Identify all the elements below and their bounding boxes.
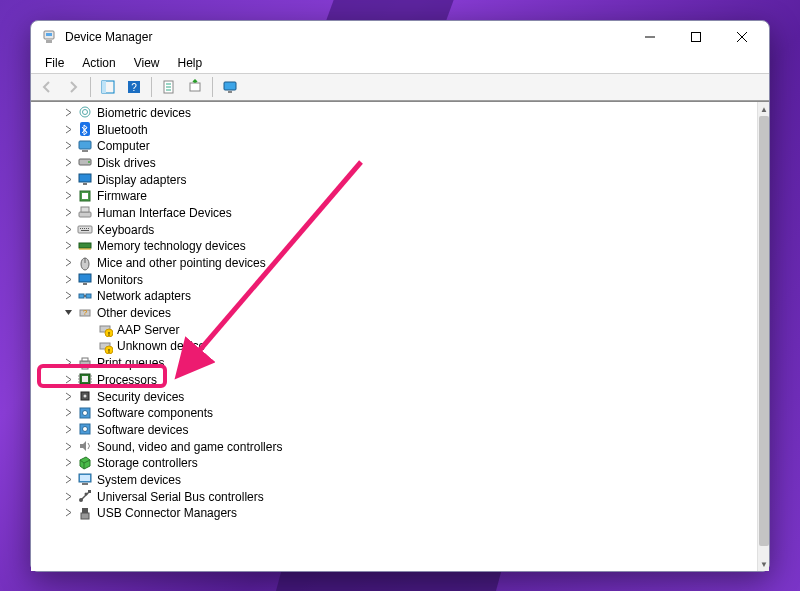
- tree-node[interactable]: Software components: [31, 404, 757, 421]
- tree-node-label: Print queues: [97, 355, 164, 370]
- minimize-button[interactable]: [627, 22, 673, 52]
- tree-node-label: USB Connector Managers: [97, 505, 237, 520]
- forward-button: [61, 76, 85, 98]
- svg-rect-64: [82, 376, 88, 382]
- display-icon: [77, 171, 93, 187]
- help-button[interactable]: ?: [122, 76, 146, 98]
- expand-icon[interactable]: [61, 472, 75, 486]
- svg-rect-35: [86, 228, 87, 229]
- system-icon: [77, 471, 93, 487]
- tree-node[interactable]: ?Other devices: [31, 304, 757, 321]
- tree-node[interactable]: Processors: [31, 371, 757, 388]
- mouse-icon: [77, 255, 93, 271]
- collapse-icon[interactable]: [61, 306, 75, 320]
- tree-node-label: Keyboards: [97, 222, 154, 237]
- content-area: Biometric devicesBluetoothComputerDisk d…: [31, 101, 769, 571]
- tree-node[interactable]: Display adapters: [31, 171, 757, 188]
- tree-node[interactable]: Security devices: [31, 388, 757, 405]
- tree-node[interactable]: Memory technology devices: [31, 238, 757, 255]
- expand-icon[interactable]: [61, 139, 75, 153]
- expand-icon[interactable]: [61, 239, 75, 253]
- expand-icon[interactable]: [61, 189, 75, 203]
- titlebar[interactable]: Device Manager: [31, 21, 769, 53]
- scroll-up-button[interactable]: ▲: [758, 102, 769, 116]
- window-title: Device Manager: [65, 30, 152, 44]
- tree-node[interactable]: Mice and other pointing devices: [31, 254, 757, 271]
- expand-icon[interactable]: [61, 105, 75, 119]
- tree-node-label: Security devices: [97, 389, 184, 404]
- svg-rect-50: [86, 294, 91, 298]
- maximize-button[interactable]: [673, 22, 719, 52]
- tree-node[interactable]: Bluetooth: [31, 121, 757, 138]
- svg-rect-26: [83, 183, 87, 185]
- tree-node[interactable]: Storage controllers: [31, 454, 757, 471]
- tree-node[interactable]: Print queues: [31, 354, 757, 371]
- expand-icon[interactable]: [61, 456, 75, 470]
- svg-rect-28: [82, 193, 88, 199]
- tree-node-label: System devices: [97, 472, 181, 487]
- tree-node[interactable]: Biometric devices: [31, 104, 757, 121]
- vertical-scrollbar[interactable]: ▲ ▼: [757, 102, 769, 571]
- tree-node[interactable]: Disk drives: [31, 154, 757, 171]
- tree-node[interactable]: !Unknown device: [31, 338, 757, 355]
- scroll-thumb[interactable]: [759, 116, 769, 546]
- expand-icon[interactable]: [61, 289, 75, 303]
- tree-node-label: Software components: [97, 405, 213, 420]
- warn-device-icon: !: [97, 321, 113, 337]
- biometric-icon: [77, 104, 93, 120]
- expand-icon[interactable]: [61, 122, 75, 136]
- tree-node[interactable]: Monitors: [31, 271, 757, 288]
- back-button: [35, 76, 59, 98]
- expand-icon[interactable]: [61, 489, 75, 503]
- svg-rect-33: [82, 228, 83, 229]
- svg-rect-49: [79, 294, 84, 298]
- tree-node[interactable]: Computer: [31, 137, 757, 154]
- svg-rect-34: [84, 228, 85, 229]
- tree-node[interactable]: Keyboards: [31, 221, 757, 238]
- svg-point-86: [85, 493, 88, 496]
- no-expander: [81, 339, 95, 353]
- expand-icon[interactable]: [61, 389, 75, 403]
- update-driver-button[interactable]: [183, 76, 207, 98]
- tree-node[interactable]: Network adapters: [31, 288, 757, 305]
- menu-view[interactable]: View: [126, 55, 168, 71]
- sound-icon: [77, 438, 93, 454]
- expand-icon[interactable]: [61, 356, 75, 370]
- tree-node-label: Software devices: [97, 422, 188, 437]
- expand-icon[interactable]: [61, 155, 75, 169]
- expand-icon[interactable]: [61, 439, 75, 453]
- expand-icon[interactable]: [61, 506, 75, 520]
- close-button[interactable]: [719, 22, 765, 52]
- scroll-down-button[interactable]: ▼: [758, 557, 769, 571]
- scan-hardware-button[interactable]: [218, 76, 242, 98]
- tree-node[interactable]: Firmware: [31, 187, 757, 204]
- svg-rect-37: [81, 230, 89, 231]
- expand-icon[interactable]: [61, 172, 75, 186]
- svg-point-19: [83, 110, 88, 115]
- expand-icon[interactable]: [61, 222, 75, 236]
- properties-button[interactable]: [157, 76, 181, 98]
- expand-icon[interactable]: [61, 205, 75, 219]
- show-hide-tree-button[interactable]: [96, 76, 120, 98]
- tree-node[interactable]: !AAP Server: [31, 321, 757, 338]
- device-tree[interactable]: Biometric devicesBluetoothComputerDisk d…: [31, 102, 757, 571]
- expand-icon[interactable]: [61, 406, 75, 420]
- tree-node-label: Other devices: [97, 305, 171, 320]
- menu-action[interactable]: Action: [74, 55, 123, 71]
- expand-icon[interactable]: [61, 272, 75, 286]
- expand-icon[interactable]: [61, 372, 75, 386]
- tree-node[interactable]: USB Connector Managers: [31, 505, 757, 522]
- tree-node[interactable]: Sound, video and game controllers: [31, 438, 757, 455]
- expand-icon[interactable]: [61, 256, 75, 270]
- menu-file[interactable]: File: [37, 55, 72, 71]
- svg-rect-8: [102, 81, 106, 93]
- menu-help[interactable]: Help: [170, 55, 211, 71]
- expand-icon[interactable]: [61, 422, 75, 436]
- svg-point-76: [83, 427, 88, 432]
- tree-node[interactable]: System devices: [31, 471, 757, 488]
- tree-node[interactable]: Software devices: [31, 421, 757, 438]
- usb-connector-icon: [77, 505, 93, 521]
- memory-icon: [77, 238, 93, 254]
- tree-node[interactable]: Human Interface Devices: [31, 204, 757, 221]
- tree-node[interactable]: Universal Serial Bus controllers: [31, 488, 757, 505]
